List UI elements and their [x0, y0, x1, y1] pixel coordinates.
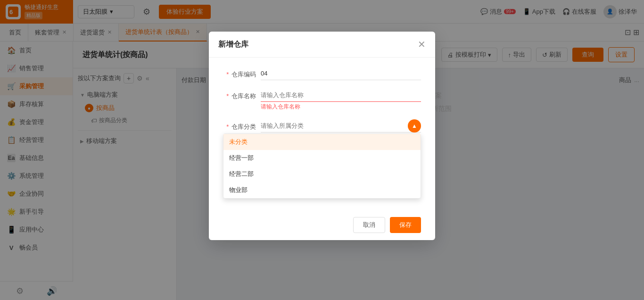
- category-control: ▲ 未分类 经营一部 经营二部 物业部: [261, 119, 421, 133]
- name-label-text: 仓库名称: [231, 92, 256, 100]
- name-label: * 仓库名称: [223, 89, 261, 100]
- category-select-wrap: ▲: [261, 119, 421, 133]
- dropdown-item-dept2[interactable]: 经营二部: [223, 166, 421, 182]
- code-input[interactable]: [261, 67, 421, 80]
- modal-footer: 取消 保存: [209, 210, 435, 240]
- cancel-button[interactable]: 取消: [353, 217, 385, 233]
- save-button[interactable]: 保存: [390, 217, 421, 233]
- form-row-category: * 仓库分类 ▲ 未分类 经营一部 经营二部 物业部: [223, 119, 421, 133]
- category-input[interactable]: [261, 119, 421, 133]
- modal-title: 新增仓库: [218, 40, 248, 50]
- code-control: [261, 67, 421, 80]
- modal-header: 新增仓库 ✕: [209, 32, 435, 58]
- dropdown-item-property[interactable]: 物业部: [223, 182, 421, 198]
- code-label: * 仓库编码: [223, 67, 261, 79]
- name-error-message: 请输入仓库名称: [261, 103, 421, 111]
- modal-body: * 仓库编码 * 仓库名称 请输入仓库名称: [209, 58, 435, 210]
- category-label-text: 仓库分类: [231, 123, 256, 130]
- form-row-code: * 仓库编码: [223, 67, 421, 80]
- category-arrow-button[interactable]: ▲: [408, 119, 421, 133]
- code-label-text: 仓库编码: [231, 71, 256, 78]
- modal: 新增仓库 ✕ * 仓库编码 * 仓库名称: [209, 32, 435, 240]
- dropdown-item-dept1[interactable]: 经营一部: [223, 150, 421, 166]
- modal-close-button[interactable]: ✕: [418, 39, 426, 50]
- dropdown-item-uncategorized[interactable]: 未分类: [223, 134, 421, 150]
- name-input[interactable]: [261, 89, 421, 102]
- category-label: * 仓库分类: [223, 119, 261, 131]
- name-required-star: *: [226, 92, 229, 100]
- category-dropdown: 未分类 经营一部 经营二部 物业部: [223, 133, 421, 199]
- form-row-name: * 仓库名称 请输入仓库名称: [223, 89, 421, 111]
- name-control: 请输入仓库名称: [261, 89, 421, 111]
- required-star: *: [226, 71, 229, 78]
- modal-overlay[interactable]: 新增仓库 ✕ * 仓库编码 * 仓库名称: [0, 0, 644, 300]
- category-required-star: *: [226, 123, 229, 130]
